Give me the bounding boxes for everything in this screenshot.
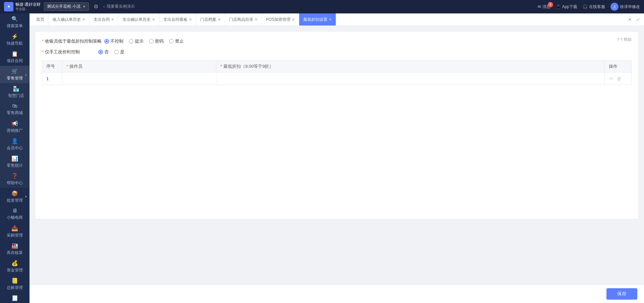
ecommerce-icon: 🖥 bbox=[12, 208, 17, 214]
edit-row-button[interactable]: ✏ bbox=[609, 75, 614, 82]
content-area: 首页 收入确认单历史 ✕ 支出合同 ✕ 支出确认单历史 ✕ 支出合同看板 ✕ 门… bbox=[30, 13, 644, 303]
shortcut-icon: ⚡ bbox=[11, 33, 18, 40]
tab-home[interactable]: 首页 bbox=[32, 13, 49, 26]
page-footer: 保存 bbox=[30, 285, 644, 303]
sidebar-item-retail-stat[interactable]: 📊 零售统计 bbox=[0, 153, 30, 170]
user-area[interactable]: 人 徐泽华修改 bbox=[610, 3, 640, 11]
tab-pos-password-close[interactable]: ✕ bbox=[292, 17, 295, 22]
logo-area: ✦ 畅捷·通好业财 专业版 bbox=[4, 2, 41, 11]
message-icon: ✉ bbox=[538, 4, 541, 9]
tab-payment-confirm[interactable]: 支出确认单历史 ✕ bbox=[118, 13, 159, 26]
sidebar-label-help: 帮助中心 bbox=[7, 180, 23, 186]
table-row: 1 ✏ 🗑 bbox=[42, 72, 632, 85]
tab-store-file-close[interactable]: ✕ bbox=[218, 17, 221, 22]
sidebar-item-ledger[interactable]: 📒 总账管理 bbox=[0, 275, 30, 293]
sidebar-label-retail-mall: 零售商城 bbox=[7, 110, 23, 116]
sidebar-item-shortcut[interactable]: ⚡ 快捷导航 bbox=[0, 31, 30, 48]
tab-expand-button[interactable]: ⤢ bbox=[635, 15, 641, 23]
sidebar-item-finance[interactable]: 💰 资金管理 bbox=[0, 258, 30, 275]
strategy-radio-group: 不控制 提示 密码 禁 bbox=[104, 38, 184, 44]
tab-payment-kanban[interactable]: 支出合同看板 ✕ bbox=[159, 13, 196, 26]
cell-discount[interactable] bbox=[216, 72, 605, 85]
radio-yes-label: 是 bbox=[120, 49, 124, 55]
help-link-label: ? 帮助 bbox=[620, 37, 632, 43]
tab-payment-kanban-label: 支出合同看板 bbox=[163, 17, 187, 22]
sidebar-label-contract: 项目合同 bbox=[7, 58, 23, 64]
header-right: ✉ 消息 9 📱 App下载 🎧 在线客服 人 徐泽华修改 bbox=[538, 3, 640, 11]
settings-icon[interactable]: ⚙ bbox=[92, 2, 100, 11]
sidebar-item-help[interactable]: ❓ 帮助中心 bbox=[0, 170, 30, 188]
tab-income-confirm[interactable]: 收入确认单历史 ✕ bbox=[49, 13, 90, 26]
page-content: ? ? 帮助 * 收银员低于最低折扣控制策略 不 bbox=[30, 26, 644, 303]
purchase-icon: 📥 bbox=[11, 225, 18, 232]
project-name: 测试分开花程·小况 bbox=[47, 4, 80, 9]
message-button[interactable]: ✉ 消息 9 bbox=[538, 4, 550, 10]
data-table: 序号 * 操作员 * 最低折扣（9.00等于9折） 操作 bbox=[42, 60, 632, 85]
tab-payment-contract[interactable]: 支出合同 ✕ bbox=[90, 13, 118, 26]
sidebar-item-marketing[interactable]: 📢 营销推广 bbox=[0, 118, 30, 136]
sidebar-item-batch[interactable]: 📦 批发管理 ▼ bbox=[0, 188, 30, 205]
retail-stat-icon: 📊 bbox=[11, 155, 18, 162]
contract-icon: 📋 bbox=[11, 51, 18, 57]
tab-payment-contract-close[interactable]: ✕ bbox=[111, 17, 114, 22]
radio-no-circle bbox=[98, 50, 103, 54]
tab-min-discount[interactable]: 最低折扣设置 ✕ bbox=[299, 13, 336, 26]
cell-operator[interactable] bbox=[62, 72, 216, 85]
sidebar-item-purchase[interactable]: 📥 采购管理 bbox=[0, 223, 30, 240]
demo-link[interactable]: ○ 我要看实例演示 bbox=[103, 4, 135, 9]
online-support-button[interactable]: 🎧 在线客服 bbox=[583, 4, 605, 10]
tab-home-label: 首页 bbox=[36, 17, 44, 22]
sidebar-label-shortcut: 快捷导航 bbox=[7, 41, 23, 46]
radio-no-control[interactable]: 不控制 bbox=[104, 38, 123, 44]
sidebar-item-search[interactable]: 🔍 搜索菜单 bbox=[0, 13, 30, 31]
retail-mall-icon: 🛍 bbox=[12, 103, 17, 109]
radio-remind[interactable]: 提示 bbox=[129, 38, 144, 44]
tab-store-goods[interactable]: 门店商品目录 ✕ bbox=[225, 13, 262, 26]
sidebar-label-ledger: 总账管理 bbox=[7, 285, 23, 291]
sidebar-item-member[interactable]: 👤 会员中心 bbox=[0, 136, 30, 153]
save-button[interactable]: 保存 bbox=[606, 288, 637, 300]
delete-row-button[interactable]: 🗑 bbox=[616, 75, 622, 82]
discount-required-star: * bbox=[220, 64, 223, 69]
tab-store-goods-close[interactable]: ✕ bbox=[255, 17, 258, 22]
sidebar-item-retail-mall[interactable]: 🛍 零售商城 bbox=[0, 101, 30, 118]
sidebar-label-search: 搜索菜单 bbox=[7, 23, 23, 29]
sidebar-item-contract[interactable]: 📋 项目合同 bbox=[0, 48, 30, 66]
tab-bar-actions: ✕ ⤢ bbox=[627, 15, 641, 23]
tab-payment-confirm-close[interactable]: ✕ bbox=[152, 17, 155, 22]
required-star: * bbox=[42, 39, 45, 44]
tab-pos-password[interactable]: POS加密管理 ✕ bbox=[262, 13, 299, 26]
tab-min-discount-close[interactable]: ✕ bbox=[329, 17, 332, 22]
sidebar-label-purchase: 采购管理 bbox=[7, 233, 23, 238]
tab-income-confirm-close[interactable]: ✕ bbox=[82, 17, 85, 22]
strategy-label-text: 收银员低于最低折扣控制策略 bbox=[45, 39, 102, 44]
sidebar-label-marketing: 营销推广 bbox=[7, 128, 23, 134]
smart-store-icon: 🏪 bbox=[13, 86, 19, 92]
cell-action: ✏ 🗑 bbox=[605, 72, 632, 85]
sidebar-item-ecommerce[interactable]: 🖥 小畅电商 bbox=[0, 205, 30, 223]
online-support-label: 在线客服 bbox=[589, 4, 605, 10]
tab-store-file-label: 门店档案 bbox=[200, 17, 216, 22]
required-star-2: * bbox=[42, 49, 45, 54]
radio-no[interactable]: 否 bbox=[98, 49, 109, 55]
message-badge: 9 bbox=[548, 2, 553, 7]
tab-close-all-button[interactable]: ✕ bbox=[627, 15, 633, 23]
tab-bar: 首页 收入确认单历史 ✕ 支出合同 ✕ 支出确认单历史 ✕ 支出合同看板 ✕ 门… bbox=[30, 13, 644, 26]
operator-required-star: * bbox=[66, 64, 69, 69]
radio-yes[interactable]: 是 bbox=[114, 49, 124, 55]
help-link[interactable]: ? ? 帮助 bbox=[617, 37, 632, 43]
project-selector[interactable]: 测试分开花程·小况 ▼ bbox=[44, 2, 89, 11]
radio-yes-circle bbox=[114, 50, 119, 54]
radio-password[interactable]: 密码 bbox=[149, 38, 164, 44]
sidebar-item-smart-store[interactable]: 🏪 智慧门店 bbox=[0, 83, 30, 101]
sidebar-item-retail[interactable]: 🛒 零售管理 ▲ bbox=[0, 66, 30, 83]
tab-payment-kanban-close[interactable]: ✕ bbox=[189, 17, 192, 22]
radio-remind-circle bbox=[129, 39, 133, 44]
sidebar-item-inventory[interactable]: 🏭 库存核算 bbox=[0, 240, 30, 258]
tab-income-confirm-label: 收入确认单历史 bbox=[53, 17, 81, 22]
logo-text: 畅捷·通好业财 专业版 bbox=[15, 2, 41, 11]
tab-store-file[interactable]: 门店档案 ✕ bbox=[196, 13, 225, 26]
app-download-button[interactable]: 📱 App下载 bbox=[556, 4, 577, 10]
sidebar-item-invoice[interactable]: 🧾 发票管理 bbox=[0, 293, 30, 303]
radio-forbid[interactable]: 禁止 bbox=[169, 38, 184, 44]
